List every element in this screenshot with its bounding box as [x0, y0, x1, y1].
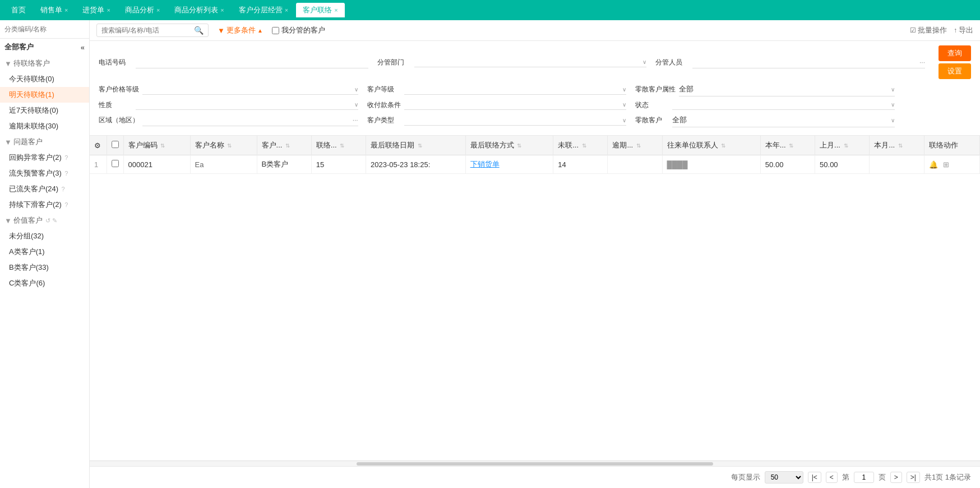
- col-gear[interactable]: ⚙: [90, 136, 107, 155]
- contact-action-bell-icon[interactable]: 🔔: [929, 160, 938, 169]
- filter-region-dots[interactable]: ···: [353, 116, 358, 124]
- sort-last-month-icon[interactable]: ⇅: [844, 142, 848, 149]
- close-customer-tiering-icon[interactable]: ×: [285, 7, 288, 13]
- cell-checkbox[interactable]: [107, 155, 123, 174]
- sort-no-contact-icon[interactable]: ⇅: [582, 142, 586, 149]
- sort-customer-code-icon[interactable]: ⇅: [160, 142, 165, 149]
- filter-row-4: 区域（地区） ··· 客户类型 ∨ 零散客户 全部∨: [99, 113, 971, 127]
- filter-payment-select[interactable]: ∨: [404, 100, 627, 110]
- sort-contact-count-icon[interactable]: ⇅: [340, 142, 344, 149]
- sort-last-contact-date-icon[interactable]: ⇅: [418, 142, 422, 149]
- filter-status-select[interactable]: ∨: [672, 100, 895, 110]
- cell-contact-action: 🔔 ⊞: [924, 155, 980, 174]
- gear-settings-icon[interactable]: ⚙: [94, 141, 101, 150]
- filter-gender-select[interactable]: ∨: [136, 100, 358, 110]
- page-number-input[interactable]: [854, 472, 874, 483]
- prev-page-button[interactable]: <: [826, 472, 838, 483]
- filter-price-grade-select[interactable]: ∨: [142, 85, 358, 95]
- col-last-contact-date: 最后联络日期 ⇅: [366, 136, 466, 155]
- cell-this-month: [870, 155, 924, 174]
- contact-action-grid-icon[interactable]: ⊞: [943, 160, 949, 169]
- sort-this-month-icon[interactable]: ⇅: [898, 142, 903, 149]
- cell-contact-count: 15: [311, 155, 366, 174]
- last-page-button[interactable]: >|: [907, 472, 920, 483]
- sidebar-item-tomorrow-pending[interactable]: 明天待联络(1): [0, 87, 89, 103]
- sidebar-item-ungrouped[interactable]: 未分组(32): [0, 228, 89, 244]
- search-input[interactable]: [101, 26, 192, 34]
- my-customers-checkbox-label[interactable]: 我分管的客户: [272, 25, 325, 35]
- sidebar-all-customers-header: 全部客户 «: [0, 39, 89, 56]
- export-button[interactable]: ↑ 导出: [954, 25, 973, 35]
- next-page-button[interactable]: >: [890, 472, 902, 483]
- close-customer-contact-icon[interactable]: ×: [334, 7, 338, 13]
- per-page-select[interactable]: 50 20 100: [765, 471, 803, 484]
- filter-row-1: 电话号码 分管部门 ∨ 分管人员 ··· 查询 设置: [99, 45, 971, 79]
- filter-retail-attr-select[interactable]: 全部∨: [679, 82, 895, 96]
- nav-customer-contact[interactable]: 客户联络 ×: [296, 3, 344, 17]
- per-page-label: 每页显示: [731, 472, 760, 482]
- filter-status: 状态 ∨: [635, 100, 895, 110]
- filter-dept-label: 分管部门: [377, 58, 411, 67]
- close-sales-order-icon[interactable]: ×: [64, 7, 68, 13]
- close-purchase-order-icon[interactable]: ×: [107, 7, 110, 13]
- filter-dept: 分管部门 ∨: [377, 57, 647, 67]
- filter-phone-input[interactable]: [136, 57, 368, 68]
- sidebar-item-repurchase-abnormal[interactable]: 回购异常客户(2) ?: [0, 150, 89, 165]
- nav-product-analysis[interactable]: 商品分析 ×: [118, 3, 167, 17]
- query-button[interactable]: 查询: [939, 45, 971, 61]
- horizontal-scrollbar[interactable]: [90, 461, 980, 466]
- filter-person-dots[interactable]: ···: [919, 58, 925, 66]
- cell-no-contact: 14: [553, 155, 608, 174]
- table-header-row: ⚙ 客户编码 ⇅ 客户名称 ⇅: [90, 136, 980, 155]
- filter-customer-grade-select[interactable]: ∨: [404, 85, 627, 95]
- filter-payment: 收付款条件 ∨: [367, 100, 627, 110]
- sidebar-item-declining[interactable]: 持续下滑客户(2) ?: [0, 197, 89, 213]
- sort-last-contact-method-icon[interactable]: ⇅: [517, 142, 521, 149]
- export-icon: ↑: [954, 26, 957, 34]
- my-customers-checkbox[interactable]: [272, 27, 279, 34]
- filter-action-buttons: 查询 设置: [939, 45, 971, 79]
- sidebar-search-input[interactable]: [4, 25, 89, 33]
- sidebar-item-churned[interactable]: 已流失客户(24) ?: [0, 181, 89, 197]
- select-all-checkbox[interactable]: [112, 141, 119, 148]
- sort-customer-name-icon[interactable]: ⇅: [227, 142, 232, 149]
- cell-this-year: 50.00: [760, 155, 815, 174]
- close-product-analysis-icon[interactable]: ×: [156, 7, 160, 13]
- nav-product-analysis-list[interactable]: 商品分析列表 ×: [168, 3, 230, 17]
- nav-customer-tiering[interactable]: 客户分层经营 ×: [232, 3, 295, 17]
- nav-home[interactable]: 首页: [4, 3, 33, 17]
- close-product-analysis-list-icon[interactable]: ×: [220, 7, 224, 13]
- settings-button[interactable]: 设置: [939, 63, 971, 79]
- sort-this-year-icon[interactable]: ⇅: [789, 142, 793, 149]
- sort-unit-contact-icon[interactable]: ⇅: [721, 142, 725, 149]
- scroll-thumb[interactable]: [357, 462, 713, 466]
- cell-customer-name[interactable]: Ea: [190, 155, 257, 174]
- filter-price-grade: 客户价格等级 ∨: [99, 85, 358, 95]
- cell-customer-code: 000021: [123, 155, 190, 174]
- first-page-button[interactable]: |<: [808, 472, 821, 483]
- col-checkbox[interactable]: [107, 136, 123, 155]
- cell-row-num: 1: [90, 155, 107, 174]
- sidebar-item-7days-pending[interactable]: 近7天待联络(0): [0, 103, 89, 118]
- sidebar-item-class-c[interactable]: C类客户(6): [0, 275, 89, 291]
- filter-dept-select[interactable]: ∨: [414, 57, 647, 67]
- sidebar-item-churn-warning[interactable]: 流失预警客户(3) ?: [0, 165, 89, 181]
- bulk-operation-button[interactable]: ☑ 批量操作: [910, 25, 947, 35]
- more-filter-button[interactable]: ▼ 更多条件 ▲: [213, 24, 267, 37]
- search-icon[interactable]: 🔍: [194, 26, 204, 35]
- nav-sales-order[interactable]: 销售单 ×: [34, 3, 75, 17]
- sidebar-item-today-pending[interactable]: 今天待联络(0): [0, 71, 89, 87]
- sort-overdue-icon[interactable]: ⇅: [636, 142, 641, 149]
- row-checkbox[interactable]: [112, 160, 119, 167]
- sidebar-item-class-b[interactable]: B类客户(33): [0, 260, 89, 275]
- sort-customer-type-icon[interactable]: ⇅: [285, 142, 290, 149]
- filter-retail-customer: 零散客户 全部∨: [635, 113, 895, 127]
- nav-purchase-order[interactable]: 进货单 ×: [76, 3, 117, 17]
- sidebar-collapse-icon[interactable]: «: [81, 43, 85, 52]
- sidebar-item-overdue-pending[interactable]: 逾期未联络(30): [0, 118, 89, 134]
- sidebar-item-class-a[interactable]: A类客户(1): [0, 244, 89, 260]
- filter-customer-type-select[interactable]: ∨: [404, 116, 627, 126]
- filter-customer-type-label: 客户类型: [367, 116, 401, 125]
- cell-last-contact-method[interactable]: 下销货单: [465, 155, 553, 174]
- filter-retail-customer-select[interactable]: 全部∨: [672, 113, 895, 127]
